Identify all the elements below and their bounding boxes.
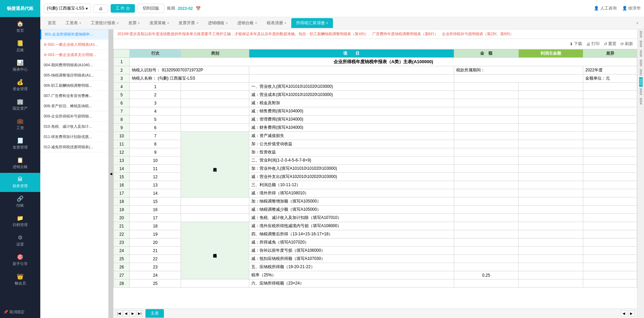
sheet-nav-next[interactable]: ▶ — [130, 310, 136, 317]
list-item-008[interactable]: 008-资产折旧、摊销及纳税... — [40, 101, 108, 111]
item-cell[interactable]: 六、应纳所得税额（23×24） — [249, 279, 454, 288]
profit-cell[interactable] — [518, 238, 583, 247]
year-2024[interactable]: 2024 — [639, 96, 643, 106]
close-icon[interactable]: × — [167, 21, 169, 25]
list-item-009[interactable]: 009-企业所得税补亏损明细... — [40, 111, 108, 122]
list-item-010[interactable]: 010-免税、减计收入及加计... — [40, 122, 108, 132]
profit-cell[interactable] — [518, 91, 583, 99]
item-cell[interactable]: 减：财务费用(填写A104000) — [249, 124, 454, 132]
sheet-nav-prev[interactable]: ◀ — [123, 310, 129, 317]
amount-cell[interactable] — [454, 189, 518, 197]
amount-cell[interactable] — [454, 263, 518, 271]
reset-button[interactable]: ↺ 重置 — [604, 41, 616, 47]
diff-cell[interactable] — [583, 107, 637, 115]
year-2019[interactable]: 2019 — [639, 29, 643, 39]
item-cell[interactable]: 二、营业利润(1-2-3-4-5-6-7-8+9) — [249, 156, 454, 165]
item-cell[interactable]: 税率（25%） — [249, 271, 454, 279]
item-cell[interactable]: 减：营业成本(填写A102010\102020\103000) — [249, 91, 454, 99]
close-icon[interactable]: × — [284, 21, 286, 25]
profit-cell[interactable] — [518, 156, 583, 165]
diff-cell[interactable] — [583, 140, 637, 148]
profit-cell[interactable] — [518, 189, 583, 197]
amount-cell[interactable] — [454, 255, 518, 263]
amount-cell[interactable]: 0.25 — [454, 271, 518, 279]
item-cell[interactable]: 减：所得减免（填写A107020） — [249, 238, 454, 247]
diff-cell[interactable] — [583, 91, 637, 99]
sidebar-item-payroll[interactable]: 💼 工资 — [0, 114, 40, 134]
profit-cell[interactable] — [518, 132, 583, 140]
diff-cell[interactable] — [583, 279, 637, 288]
profit-cell[interactable] — [518, 206, 583, 214]
diff-cell[interactable] — [583, 206, 637, 214]
diff-cell[interactable] — [583, 214, 637, 222]
item-cell[interactable]: 加：纳税调整增加额（填写A105000） — [249, 197, 454, 206]
close-icon[interactable]: × — [117, 21, 119, 25]
tab-payroll-stats[interactable]: 工资统计报表 × — [86, 18, 124, 28]
diff-cell[interactable] — [583, 181, 637, 189]
item-cell[interactable]: 减：境外所得（填写A108010） — [249, 189, 454, 197]
item-cell[interactable]: 加：投资收益 — [249, 148, 454, 156]
diff-cell[interactable] — [583, 197, 637, 206]
amount-cell[interactable] — [454, 238, 518, 247]
sidebar-item-ledger[interactable]: 📒 总账 — [0, 37, 40, 56]
diff-cell[interactable] — [583, 173, 637, 181]
list-item-004[interactable]: 004-期间费用明细表(A1040... — [40, 60, 108, 70]
diff-cell[interactable] — [583, 230, 637, 238]
year-2016[interactable]: 2016 — [639, 39, 643, 49]
year-2018[interactable]: 2018 — [639, 49, 643, 58]
amount-cell[interactable] — [454, 132, 518, 140]
diff-cell[interactable] — [583, 247, 637, 255]
list-item-007[interactable]: 007-广告费和业务宣传费摊... — [40, 91, 108, 101]
sheet-tab-main[interactable]: 主表 — [145, 309, 164, 318]
diff-cell[interactable] — [583, 156, 637, 165]
list-item-012[interactable]: 012-减免所得税优惠明细表(... — [40, 142, 108, 152]
amount-cell[interactable] — [454, 99, 518, 107]
diff-cell[interactable] — [583, 83, 637, 91]
item-cell[interactable]: 减：抵扣应纳税所得额（填写A107030） — [249, 255, 454, 263]
item-cell[interactable]: 减：弥补以前年度亏损（填写A106000） — [249, 247, 454, 255]
close-icon[interactable]: × — [196, 21, 198, 25]
close-window-btn[interactable]: × — [633, 21, 641, 26]
year-2020[interactable]: 2020 — [639, 58, 643, 68]
amount-cell[interactable] — [454, 279, 518, 288]
sidebar-item-sales[interactable]: 📋 进销台账 — [0, 153, 40, 173]
company-selector[interactable]: (勾删) 江西服宝-LSS ▾ — [44, 4, 91, 13]
item-cell[interactable]: 减：资产减值损失 — [249, 132, 454, 140]
amount-cell[interactable] — [454, 140, 518, 148]
year-2023[interactable]: 2023 — [639, 87, 643, 96]
sidebar-item-close[interactable]: 🔗 结账 — [0, 192, 40, 211]
item-cell[interactable]: 减：纳税调整减少额（填写A105000） — [249, 206, 454, 214]
diff-cell[interactable] — [583, 222, 637, 230]
amount-cell[interactable] — [454, 124, 518, 132]
item-cell[interactable]: 四、纳税调整后所得（13-14+15-16-17+18） — [249, 230, 454, 238]
year-2021[interactable]: 2021 — [639, 68, 643, 77]
profit-cell[interactable] — [518, 83, 583, 91]
item-cell[interactable]: 减：税金及附加 — [249, 99, 454, 107]
tab-invoice[interactable]: 发票 × — [124, 18, 145, 28]
amount-cell[interactable] — [454, 115, 518, 124]
amount-cell[interactable] — [454, 173, 518, 181]
item-cell[interactable]: 五、应纳税所得额（19-20-21-22） — [249, 263, 454, 271]
profit-cell[interactable] — [518, 140, 583, 148]
item-cell[interactable]: 减：营业外支出(填写A102010\102020\103000) — [249, 173, 454, 181]
item-cell[interactable]: 一、营业收入(填写A101010\101020\103000) — [249, 83, 454, 91]
refresh-button[interactable]: ⟳ 刷新 — [620, 41, 633, 47]
sidebar-item-funds[interactable]: 💰 资金管理 — [0, 75, 40, 95]
amount-cell[interactable] — [454, 214, 518, 222]
amount-cell[interactable] — [454, 181, 518, 189]
amount-cell[interactable] — [454, 148, 518, 156]
list-item-003[interactable]: ⊘ 003-一般企业成本支出明细... — [40, 50, 108, 60]
year-2022[interactable]: 2022 — [639, 77, 643, 87]
sidebar-item-settings[interactable]: ⚙ 设置 — [0, 231, 40, 250]
download-button[interactable]: ⬇ 下载 — [570, 41, 582, 47]
amount-cell[interactable] — [454, 197, 518, 206]
diff-cell[interactable] — [583, 124, 637, 132]
profit-cell[interactable] — [518, 173, 583, 181]
diff-cell[interactable] — [583, 165, 637, 173]
list-item-011[interactable]: 011-研发费用加计扣除优惠... — [40, 132, 108, 142]
item-cell[interactable]: 减：管理费用(填写A104000) — [249, 115, 454, 124]
sidebar-item-vip[interactable]: 👑 畅会员 — [0, 270, 40, 289]
sidebar-item-invoice[interactable]: 🧾 发票管理 — [0, 134, 40, 153]
amount-cell[interactable] — [454, 247, 518, 255]
sheet-nav-last[interactable]: ▶| — [137, 310, 143, 317]
